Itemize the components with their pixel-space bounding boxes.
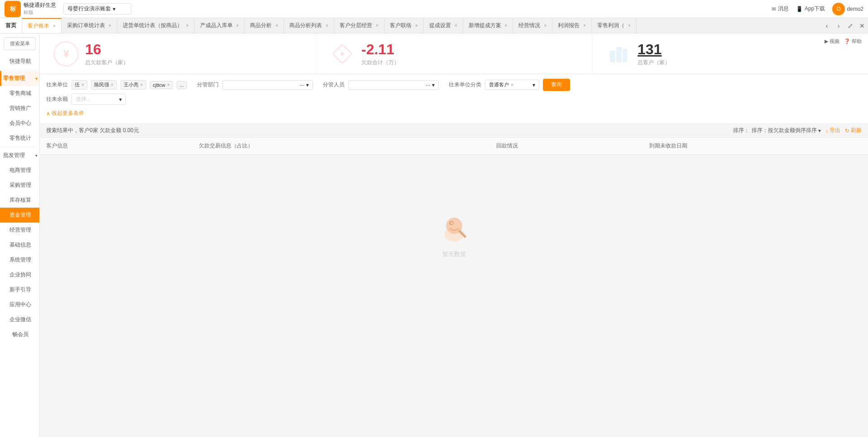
help-btn[interactable]: ❓ 帮助 [844,38,862,45]
video-btn[interactable]: ▶ 视频 [825,38,839,45]
tab-profit-report[interactable]: 利润报告 × [552,18,592,33]
sidebar-item-wholesale-mgmt[interactable]: 批发管理 ▾ [0,148,39,163]
sidebar-item-chang-member[interactable]: 畅会员 [0,327,39,342]
close-icon[interactable]: × [109,23,111,28]
tab-commission-settings[interactable]: 提成设置 × [424,18,463,33]
tab-customer-tier[interactable]: 客户分层经营 × [334,18,384,33]
remove-icon[interactable]: × [140,82,143,87]
refresh-btn[interactable]: ↻ 刷新 [845,127,862,134]
stat-card-customers: 16 总欠款客户（家） [40,33,316,74]
person-filter-select[interactable]: ··· ▾ [348,80,439,90]
close-icon[interactable]: × [415,23,418,28]
filter-tag-more[interactable]: ... [177,81,187,89]
remove-icon[interactable]: × [82,82,84,87]
sidebar-item-inventory[interactable]: 库存核算 [0,193,39,208]
refresh-label: 刷新 [851,127,862,134]
sort-value: 排序：按欠款金额倒序排序 [752,127,817,134]
sidebar-item-label: 经营管理 [10,227,31,233]
filter-row-2: 往来余额 选择... ▾ [46,94,862,105]
close-icon[interactable]: × [376,23,379,28]
close-icon[interactable]: × [544,23,547,28]
stat-text-total: 131 总客户（家） [638,41,670,66]
balance-filter-select[interactable]: 选择... ▾ [72,94,126,105]
message-icon: ✉ [772,6,776,12]
close-icon[interactable]: × [326,23,328,28]
sidebar-item-newbie-guide[interactable]: 新手引导 [0,282,39,297]
tab-close-all-btn[interactable]: ✕ [856,20,868,32]
category-filter-label: 往来单位分类 [449,81,481,89]
table-header-row: 客户信息 欠款交易信息（占比） 回款情况 到期未收款日期 [40,138,868,155]
message-btn[interactable]: ✉ 消息 [772,5,789,13]
sidebar-item-enterprise-collab[interactable]: 企业协同 [0,267,39,282]
username-label: demo2 [847,6,863,12]
tab-customer-ledger-close[interactable]: × [53,24,56,28]
sidebar-search-btn[interactable]: 搜索菜单 [4,37,36,50]
sort-select[interactable]: 排序： 排序：按欠款金额倒序排序 ▾ [733,127,821,134]
tab-home[interactable]: 首页 [0,18,22,33]
user-profile-btn[interactable]: D demo2 [832,3,863,15]
tab-business-situation[interactable]: 经营情况 × [513,18,552,33]
filter-tag-unit1[interactable]: 伍 × [72,80,87,90]
close-icon[interactable]: × [583,23,586,28]
empty-state: 暂无数据 [40,155,868,313]
stat-text-arrears: -2.11 欠款合计（万） [361,41,399,66]
close-icon[interactable]: × [628,23,631,28]
filter-tag-unit2[interactable]: 陈民强 × [91,80,117,90]
category-tag[interactable]: 普通客户 × [489,81,513,88]
tab-product-instock[interactable]: 产成品入库单 × [195,18,245,33]
sort-label: 排序： [733,127,749,134]
sidebar-item-label: 零售商城 [10,90,31,96]
tab-scroll-right-btn[interactable]: › [833,20,844,32]
tab-product-analysis-list[interactable]: 商品分析列表 × [284,18,334,33]
tab-retail-profit[interactable]: 零售利润（ × [592,18,637,33]
filter-tag-unit4[interactable]: cjttcw × [150,81,173,89]
tab-customer-contact[interactable]: 客户联络 × [384,18,424,33]
sidebar-item-marketing[interactable]: 营销推广 [0,101,39,116]
close-icon[interactable]: × [236,23,239,28]
sidebar-item-system-mgmt[interactable]: 系统管理 [0,252,39,267]
sidebar-item-app-center[interactable]: 应用中心 [0,297,39,312]
filter-tag-unit3[interactable]: 王小亮 × [120,80,146,90]
search-btn[interactable]: 查询 [543,79,570,91]
sidebar-item-ecommerce[interactable]: 电商管理 [0,163,39,178]
play-icon: ▶ [825,38,828,44]
sidebar-item-label: 零售统计 [10,135,31,141]
close-icon[interactable]: × [186,23,189,28]
account-name: 母婴行业演示账套 [67,5,111,13]
sidebar-item-member-center[interactable]: 会员中心 [0,116,39,131]
sidebar-item-finance[interactable]: 资金管理 [0,208,39,223]
app-download-btn[interactable]: 📱 App下载 [796,5,825,13]
tab-new-commission[interactable]: 新增提成方案 × [463,18,513,33]
sidebar-item-purchase-mgmt[interactable]: 采购管理 [0,178,39,193]
tab-expand-btn[interactable]: ⤢ [844,20,856,32]
category-filter-select[interactable]: 普通客户 × ▾ [485,80,539,90]
tab-purchase-order-stats[interactable]: 采购订单统计表 × [62,18,117,33]
sidebar-item-retail-stats[interactable]: 零售统计 [0,131,39,146]
remove-icon[interactable]: × [111,82,114,87]
account-select[interactable]: 母婴行业演示账套 ▾ [63,3,131,14]
dept-filter-select[interactable]: ··· ▾ [222,80,313,90]
close-icon[interactable]: × [275,23,278,28]
tab-product-analysis[interactable]: 商品分析 × [245,18,284,33]
sidebar-item-operations[interactable]: 经营管理 [0,223,39,238]
stat-icon-arrears: + [330,41,355,66]
sidebar-item-retail-shop[interactable]: 零售商城 [0,86,39,101]
remove-icon[interactable]: × [511,82,513,87]
tab-purchase-product-stats[interactable]: 进货单统计表（按商品） × [117,18,195,33]
sidebar-item-label: 采购管理 [10,182,31,188]
remove-icon[interactable]: × [167,82,170,87]
close-icon[interactable]: × [455,23,457,28]
tab-scroll-left-btn[interactable]: ‹ [821,20,833,32]
collapse-btn[interactable]: ∧ 收起更多条件 [46,108,862,119]
results-right: 排序： 排序：按欠款金额倒序排序 ▾ ↓ 导出 ↻ 刷新 [733,127,862,134]
export-btn[interactable]: ↓ 导出 [825,127,840,134]
tab-customer-ledger[interactable]: 客户账本 × [22,18,62,33]
sidebar-item-retail-mgmt[interactable]: 零售管理 ▾ [0,71,39,86]
chevron-down-icon: ▾ [818,128,821,134]
sidebar-item-quick-nav[interactable]: 快捷导航 [0,54,39,69]
sidebar-item-basic-info[interactable]: 基础信息 [0,238,39,252]
close-icon[interactable]: × [505,23,508,28]
sidebar-item-enterprise-wechat[interactable]: 企业微信 [0,312,39,327]
collapse-label: 收起更多条件 [52,109,84,117]
col-header-arrears-info: 欠款交易信息（占比） [192,138,490,155]
